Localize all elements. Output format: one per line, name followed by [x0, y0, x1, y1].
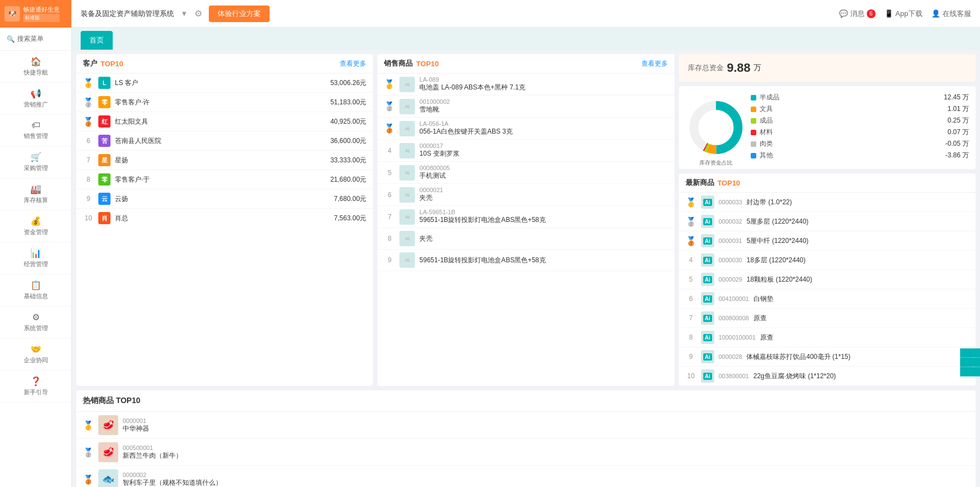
sale-prod-row-4: 4 Ai 0000017 10S 变刺罗浆 — [377, 140, 674, 162]
new-prod-name-5: 18颗粒板 (1220*2440) — [746, 275, 812, 284]
sale-prod-thumb-5: Ai — [399, 165, 415, 181]
sales-products-rank: TOP10 — [416, 60, 439, 68]
sidebar-item-system[interactable]: ⚙ 系统管理 — [0, 306, 71, 338]
new-prod-name-8: 原查 — [760, 333, 773, 342]
sales-products-more[interactable]: 查看更多 — [641, 59, 668, 68]
sale-prod-info-4: 0000017 10S 变刺罗浆 — [419, 142, 667, 158]
search-menu-area[interactable]: 🔍 搜索菜单 — [0, 28, 71, 51]
customer-name-7: 云扬 — [115, 194, 330, 204]
quicknav-icon: 🏠 — [30, 56, 41, 67]
sidebar-item-quicknav[interactable]: 🏠 快捷导航 — [0, 51, 71, 83]
new-products-panel: 最新商品 TOP10 🥇 Ai 0000033 封边带 (1.0*22) 🥈 A… — [679, 173, 976, 386]
float-btn-service[interactable]: 客服热线 — [960, 348, 980, 358]
new-prod-row-9: 9 Ai 0000028 体械嘉枝味苏打饮品400毫升 (1*15) — [679, 347, 976, 367]
sidebar-item-operation[interactable]: 📊 经营管理 — [0, 242, 71, 274]
new-products-title: 最新商品 — [686, 178, 714, 188]
new-prod-code-1: 0000033 — [719, 199, 742, 205]
sidebar-nav: 🏠 快捷导航 📢 营销推广 🏷 销售管理 🛒 采购管理 🏭 库存核算 💰 资金管… — [0, 51, 71, 487]
search-menu-button[interactable]: 🔍 搜索菜单 — [4, 32, 67, 46]
legend-item-stationery: 文具 1.01 万 — [751, 104, 969, 114]
system-dropdown-icon[interactable]: ▼ — [181, 9, 188, 18]
sale-prod-info-3: LA-056-1A 056-1A白色按键开关盖ABS 3克 — [419, 120, 667, 136]
hot-prod-info-1: 0000001 中华神器 — [123, 417, 149, 433]
sidebar-item-purchase[interactable]: 🛒 采购管理 — [0, 146, 71, 178]
trial-button[interactable]: 体验行业方案 — [209, 6, 270, 22]
sidebar-item-sales[interactable]: 🏷 销售管理 — [0, 115, 71, 146]
new-prod-row-4: 4 Ai 0000030 18多层 (1220*2440) — [679, 251, 976, 270]
rank-medal-3: 🥉 — [83, 117, 94, 127]
sale-prod-info-1: LA-089 电池盖 LA-089 ABS本色+黑种 7.1克 — [419, 76, 667, 92]
customer-avatar-3: 红 — [98, 115, 110, 128]
customer-avatar-8: 肖 — [98, 212, 110, 224]
sidebar-item-inventory[interactable]: 🏭 库存核算 — [0, 178, 71, 210]
legend-value-finished: 0.25 万 — [947, 116, 969, 125]
sale-prod-name-4: 10S 变刺罗浆 — [419, 149, 667, 158]
hot-products-header: 热销商品 TOP10 — [76, 390, 976, 412]
hot-prod-row-3: 🥉 🐟 0000002 智利车子里（规格不知道填什么） — [76, 466, 976, 487]
settings-icon[interactable]: ⚙ — [194, 8, 202, 19]
float-btn-live[interactable]: 直播 — [960, 367, 980, 377]
sale-prod-thumb-2: Ai — [399, 99, 415, 114]
hot-prod-code-2: 000500001 — [123, 444, 182, 451]
new-rank-num-8: 8 — [686, 334, 697, 341]
sale-rank-num-5: 5 — [384, 169, 395, 177]
sidebar-item-base[interactable]: 📋 基础信息 — [0, 274, 71, 306]
new-rank-3: 🥉 — [686, 236, 697, 246]
new-rank-1: 🥇 — [686, 197, 697, 208]
sale-prod-code-2: 001000002 — [419, 98, 667, 105]
new-prod-thumb-8: Ai — [701, 331, 714, 344]
customer-amount-6: 21,680.00元 — [330, 175, 366, 184]
system-label: 系统管理 — [24, 324, 48, 332]
new-prod-row-10: 10 Ai 003800001 22g鱼豆腐·烧烤味 (1*12*20) — [679, 367, 976, 386]
tab-home[interactable]: 首页 — [81, 31, 113, 50]
notification-badge: 6 — [867, 9, 876, 18]
legend-name-stationery: 文具 — [760, 104, 945, 114]
customer-amount-1: 53,006.26元 — [330, 78, 366, 88]
base-label: 基础信息 — [24, 292, 48, 300]
online-service-button[interactable]: 👤 在线客服 — [931, 9, 971, 19]
customers-top10-panel: 客户 TOP10 查看更多 🥇 L LS 客户 53,006.26元 🥈 零 零… — [76, 54, 373, 386]
legend-item-semifinished: 半成品 12.45 万 — [751, 93, 969, 102]
sidebar-item-newguide[interactable]: ❓ 新手引导 — [0, 370, 71, 403]
new-prod-row-5: 5 Ai 0000029 18颗粒板 (1220*2440) — [679, 270, 976, 289]
legend-item-material: 材料 0.07 万 — [751, 128, 969, 137]
customer-row-5: 7 星 星扬 33,333.00元 — [76, 151, 373, 170]
sale-prod-code-3: LA-056-1A — [419, 120, 667, 127]
new-prod-row-7: 7 Ai 000800008 原查 — [679, 309, 976, 328]
legend-name-other: 其他 — [760, 151, 942, 160]
customers-more-link[interactable]: 查看更多 — [340, 59, 366, 68]
sale-prod-thumb-1: Ai — [399, 77, 415, 92]
rank-medal-2: 🥈 — [83, 97, 94, 108]
sale-rank-num-9: 9 — [384, 256, 395, 264]
hot-prod-name-2: 新西兰牛肉（新牛） — [123, 451, 182, 460]
sale-prod-thumb-4: Ai — [399, 143, 415, 158]
sale-rank-num-4: 4 — [384, 147, 395, 155]
inventory-total-unit: 万 — [754, 63, 761, 73]
logo-area: 🐶 畅捷通好生意 标准版 — [0, 0, 71, 28]
app-download-button[interactable]: 📱 App下载 — [884, 9, 923, 19]
legend-value-meat: -0.05 万 — [945, 139, 969, 149]
logo-text: 畅捷通好生意 — [23, 6, 60, 13]
main-scroll-area[interactable]: 客户 TOP10 查看更多 🥇 L LS 客户 53,006.26元 🥈 零 零… — [72, 50, 980, 487]
sidebar: 🐶 畅捷通好生意 标准版 🔍 搜索菜单 🏠 快捷导航 📢 营销推广 🏷 销售管理… — [0, 0, 72, 487]
customer-avatar-7: 云 — [98, 193, 110, 205]
sidebar-item-cooperation[interactable]: 🤝 企业协同 — [0, 338, 71, 370]
new-prod-thumb-5: Ai — [701, 273, 714, 286]
hot-prod-info-2: 000500001 新西兰牛肉（新牛） — [123, 444, 182, 460]
rank-num-6: 8 — [83, 176, 94, 183]
new-prod-name-9: 体械嘉枝味苏打饮品400毫升 (1*15) — [746, 352, 850, 362]
legend-name-material: 材料 — [760, 128, 945, 137]
hot-products-list: 🥇 🥩 0000001 中华神器 🥈 🥩 000500001 新西兰牛肉（新牛） — [76, 412, 976, 487]
operation-label: 经营管理 — [24, 260, 48, 268]
finance-label: 资金管理 — [24, 228, 48, 236]
sidebar-item-marketing[interactable]: 📢 营销推广 — [0, 83, 71, 115]
customer-name-8: 肖总 — [115, 214, 330, 223]
notifications-button[interactable]: 💬 消息 6 — [839, 9, 876, 19]
float-btn-community[interactable]: 服务社区 — [960, 358, 980, 367]
new-prod-name-1: 封边带 (1.0*22) — [746, 198, 792, 207]
inventory-label: 库存核算 — [24, 196, 48, 204]
customer-amount-5: 33,333.00元 — [330, 156, 366, 165]
sidebar-item-finance[interactable]: 💰 资金管理 — [0, 210, 71, 242]
inventory-chart-card: 库存资金占比 半成品 12.45 万 文具 1.01 万 — [679, 86, 976, 169]
sale-prod-info-7: LA-59651-1B 59651-1B旋转投影灯电池盒ABS黑色+58克 — [419, 209, 667, 225]
